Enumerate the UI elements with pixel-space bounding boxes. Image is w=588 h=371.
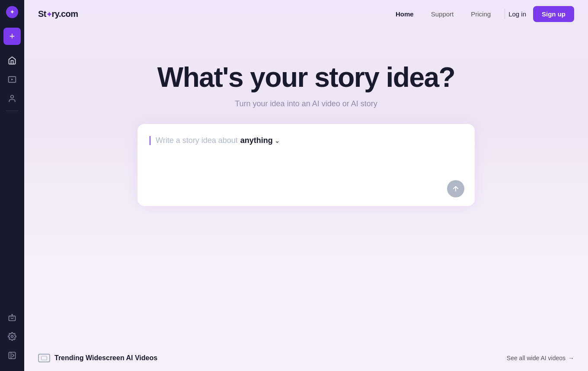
sidebar-item-home[interactable]: [3, 52, 21, 69]
story-input-card: Write a story idea about anything ⌄: [137, 124, 475, 206]
see-all-link[interactable]: See all wide AI videos →: [507, 355, 574, 361]
hero-subtitle: Turn your idea into an AI video or AI st…: [235, 99, 377, 108]
app-logo-icon: [6, 6, 18, 18]
submit-button[interactable]: [447, 180, 464, 197]
trending-header: Trending Widescreen AI Videos See all wi…: [38, 354, 574, 362]
sidebar-item-settings[interactable]: [3, 328, 21, 345]
top-navigation: St✦ry.com Home Support Pricing Log in Si…: [24, 0, 588, 28]
topic-chevron-icon: ⌄: [275, 137, 280, 144]
sidebar-item-user[interactable]: [3, 90, 21, 107]
svg-point-5: [11, 336, 13, 338]
nav-links: Home Support Pricing: [396, 10, 491, 18]
sidebar-item-panel[interactable]: [3, 347, 21, 364]
sidebar: +: [0, 0, 24, 371]
svg-point-4: [12, 314, 13, 315]
nav-link-home[interactable]: Home: [396, 10, 414, 18]
brand-logo: St✦ry.com: [38, 9, 78, 19]
sidebar-nav: [0, 52, 24, 107]
svg-rect-6: [9, 352, 16, 359]
signup-button[interactable]: Sign up: [533, 6, 574, 22]
trending-title: Trending Widescreen AI Videos: [54, 354, 157, 362]
svg-marker-1: [11, 79, 13, 81]
svg-point-2: [11, 95, 14, 98]
sidebar-logo: [0, 0, 24, 24]
sidebar-bottom: [3, 309, 21, 371]
nav-link-support[interactable]: Support: [431, 10, 454, 18]
nav-link-pricing[interactable]: Pricing: [471, 10, 491, 18]
main-content: St✦ry.com Home Support Pricing Log in Si…: [24, 0, 588, 371]
hero-title: What's your story idea?: [157, 62, 455, 92]
topic-label: anything: [240, 136, 273, 145]
sidebar-item-video[interactable]: [3, 71, 21, 88]
brand-name: St✦ry.com: [38, 9, 78, 19]
sidebar-divider: [6, 111, 18, 111]
see-all-text: See all wide AI videos: [507, 355, 566, 361]
trending-section: Trending Widescreen AI Videos See all wi…: [24, 354, 588, 362]
input-placeholder-text: Write a story idea about: [156, 136, 238, 145]
story-input-row: Write a story idea about anything ⌄: [150, 136, 463, 145]
nav-divider: [505, 9, 505, 19]
hero-section: What's your story idea? Turn your idea i…: [24, 28, 588, 354]
trending-title-group: Trending Widescreen AI Videos: [38, 354, 157, 362]
widescreen-icon: [38, 354, 50, 362]
add-button[interactable]: +: [3, 28, 21, 45]
sidebar-item-bot[interactable]: [3, 309, 21, 326]
login-link[interactable]: Log in: [508, 10, 526, 18]
see-all-arrow-icon: →: [568, 355, 574, 361]
widescreen-icon-inner: [41, 356, 47, 360]
topic-selector[interactable]: anything ⌄: [240, 136, 280, 145]
